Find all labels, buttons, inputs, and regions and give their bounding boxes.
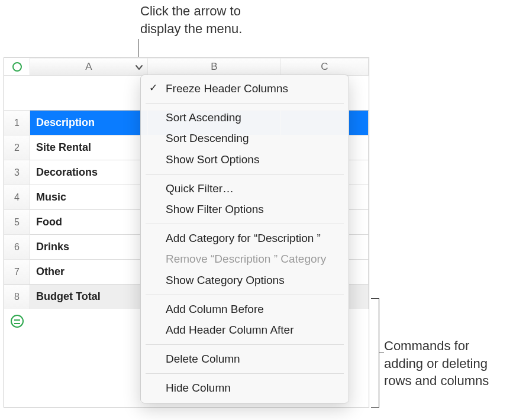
- column-header-a-label: A: [85, 61, 92, 73]
- cell-a4[interactable]: Music: [30, 185, 148, 209]
- column-header-b-label: B: [211, 61, 217, 73]
- callout-right-bracket: [371, 298, 379, 408]
- row-header-4[interactable]: 4: [4, 185, 30, 209]
- callout-right-bracket-tick: [379, 353, 384, 353]
- checkmark-icon: ✓: [149, 82, 157, 95]
- column-context-menu: ✓ Freeze Header Columns Sort Ascending S…: [140, 75, 349, 403]
- column-headers: A B C: [30, 58, 369, 76]
- row-header-1[interactable]: 1: [4, 110, 30, 135]
- row-header-3[interactable]: 3: [4, 160, 30, 185]
- menu-separator: [146, 103, 344, 104]
- menu-show-category-options[interactable]: Show Category Options: [141, 270, 349, 291]
- cell-a3[interactable]: Decorations: [30, 160, 148, 185]
- row-header-5[interactable]: 5: [4, 209, 30, 234]
- column-menu-arrow[interactable]: [134, 63, 144, 72]
- menu-sort-ascending[interactable]: Sort Ascending: [141, 107, 349, 128]
- callout-top: Click the arrow todisplay the menu.: [140, 2, 242, 37]
- cell-a5[interactable]: Food: [30, 210, 148, 234]
- callout-top-line1: Click the arrow todisplay the menu.: [140, 4, 242, 36]
- menu-show-sort-options[interactable]: Show Sort Options: [141, 149, 349, 170]
- callout-top-leader: [138, 39, 138, 57]
- add-row-icon: [11, 315, 24, 328]
- column-header-c-label: C: [321, 61, 328, 73]
- column-header-c[interactable]: C: [281, 58, 369, 76]
- menu-sort-descending[interactable]: Sort Descending: [141, 128, 349, 149]
- select-all-circle-icon: [12, 62, 22, 72]
- menu-remove-category: Remove “Description ” Category: [141, 248, 349, 270]
- menu-separator: [146, 344, 344, 345]
- column-header-b[interactable]: B: [148, 58, 281, 76]
- menu-separator: [146, 373, 344, 374]
- row-header-8[interactable]: 8: [4, 284, 30, 309]
- cell-a6[interactable]: Drinks: [30, 235, 148, 259]
- callout-right: Commands foradding or deletingrows and c…: [384, 337, 489, 390]
- menu-separator: [146, 174, 344, 175]
- menu-add-category[interactable]: Add Category for “Description ”: [141, 228, 349, 249]
- cell-a7[interactable]: Other: [30, 260, 148, 284]
- cell-a1[interactable]: Description: [30, 111, 148, 135]
- column-header-a[interactable]: A: [30, 58, 148, 76]
- menu-quick-filter[interactable]: Quick Filter…: [141, 178, 349, 199]
- menu-freeze-header-columns[interactable]: ✓ Freeze Header Columns: [141, 78, 349, 99]
- row-header-2[interactable]: 2: [4, 135, 30, 160]
- chevron-down-icon: [135, 63, 143, 72]
- menu-hide-column[interactable]: Hide Column: [141, 377, 349, 399]
- select-all-handle[interactable]: [4, 58, 30, 76]
- add-row-button[interactable]: [4, 309, 30, 334]
- cell-a2[interactable]: Site Rental: [30, 135, 148, 160]
- menu-show-filter-options[interactable]: Show Filter Options: [141, 199, 349, 220]
- row-header-7[interactable]: 7: [4, 259, 30, 284]
- cell-a8[interactable]: Budget Total: [30, 285, 148, 309]
- menu-separator: [146, 295, 344, 295]
- menu-add-header-column-after[interactable]: Add Header Column After: [141, 319, 349, 341]
- row-header-6[interactable]: 6: [4, 234, 30, 259]
- menu-add-column-before[interactable]: Add Column Before: [141, 299, 349, 320]
- menu-separator: [146, 224, 344, 224]
- menu-delete-column[interactable]: Delete Column: [141, 348, 349, 370]
- callout-right-text: Commands foradding or deletingrows and c…: [384, 338, 489, 388]
- row-headers: 1 2 3 4 5 6 7 8: [4, 110, 30, 334]
